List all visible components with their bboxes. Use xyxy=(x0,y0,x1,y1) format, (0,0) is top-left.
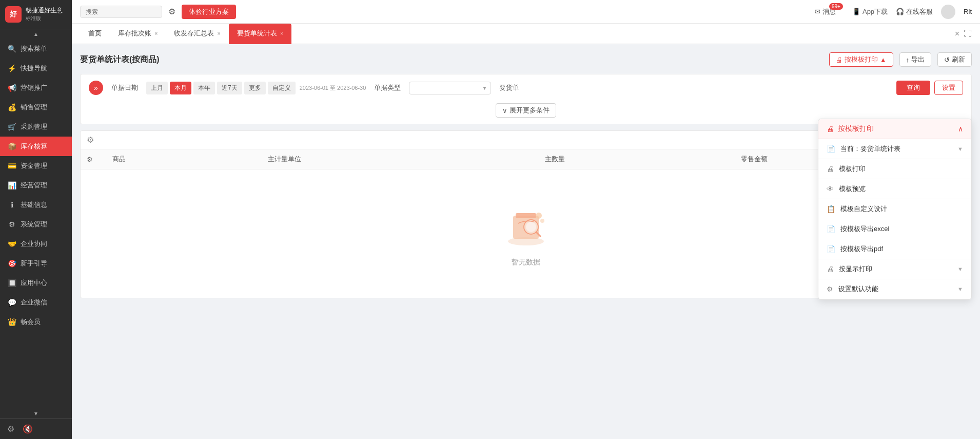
topbar-actions: ✉ 消息 99+ 📱 App下载 🎧 在线客服 Rit xyxy=(815,5,972,19)
dropdown-current-item[interactable]: 📄 当前：要货单统计表 ▼ xyxy=(818,139,971,159)
export-pdf-icon: 📄 xyxy=(827,245,835,253)
tab-collection-summary-label: 收发存汇总表 xyxy=(174,29,214,38)
dropdown-item-set-default[interactable]: ⚙ 设置默认功能 ▼ xyxy=(818,279,971,299)
tab-order-summary-label: 要货单统计表 xyxy=(237,29,277,38)
date-options: 上月 本月 本年 近7天 更多 自定义 2023-06-01 至 2023-06… xyxy=(146,82,366,94)
settings-button[interactable]: 设置 xyxy=(934,81,963,95)
display-print-label: 按显示打印 xyxy=(839,264,872,274)
sidebar-item-shortcut[interactable]: ⚡ 快捷导航 xyxy=(0,59,72,78)
date-btn-custom[interactable]: 自定义 xyxy=(268,82,296,94)
guide-icon: 🎯 xyxy=(7,259,16,268)
sidebar-item-system[interactable]: ⚙ 系统管理 xyxy=(0,215,72,234)
page-title: 要货单统计表(按商品) xyxy=(80,54,160,65)
dropdown-item-template-preview[interactable]: 👁 模板预览 xyxy=(818,179,971,199)
sidebar-item-guide[interactable]: 🎯 新手引导 xyxy=(0,254,72,273)
tab-collection-summary-close[interactable]: × xyxy=(217,30,220,36)
dropdown-current-label: 当前：要货单统计表 xyxy=(840,144,900,154)
online-service[interactable]: 🎧 在线客服 xyxy=(896,7,933,16)
sidebar-item-operations-label: 经营管理 xyxy=(21,181,47,190)
sidebar-scroll-down[interactable]: ▼ xyxy=(0,409,72,418)
purchase-icon: 🛒 xyxy=(7,123,16,131)
sidebar-item-inventory[interactable]: 📦 库存核算 xyxy=(0,137,72,156)
doc-type-select[interactable] xyxy=(409,82,491,94)
base-icon: ℹ xyxy=(7,201,16,209)
print-label: 按模板打印 xyxy=(845,55,878,64)
date-btn-7days[interactable]: 近7天 xyxy=(217,82,242,94)
export-pdf-label: 按模板导出pdf xyxy=(840,244,883,254)
sales-icon: 💰 xyxy=(7,103,16,111)
dropdown-item-template-print[interactable]: 🖨 模板打印 xyxy=(818,159,971,179)
print-dropdown-menu: 🖨 按模板打印 ∧ 📄 当前：要货单统计表 ▼ 🖨 模板打印 👁 模板预览 xyxy=(818,119,972,300)
print-icon: 🖨 xyxy=(836,56,842,64)
table-settings-icon[interactable]: ⚙ xyxy=(87,135,94,145)
app-name-block: 畅捷通好生意 标准版 xyxy=(26,7,63,22)
trial-button[interactable]: 体验行业方案 xyxy=(182,5,236,19)
app-download[interactable]: 📱 App下载 xyxy=(852,7,888,16)
dropdown-header[interactable]: 🖨 按模板打印 ∧ xyxy=(818,119,971,139)
sidebar-item-member[interactable]: 👑 畅会员 xyxy=(0,312,72,332)
dropdown-item-display-print[interactable]: 🖨 按显示打印 ▼ xyxy=(818,259,971,279)
sidebar-item-appstore[interactable]: 🔲 应用中心 xyxy=(0,273,72,293)
date-btn-more[interactable]: 更多 xyxy=(244,82,266,94)
sidebar-item-sales[interactable]: 💰 销售管理 xyxy=(0,98,72,117)
col-settings-icon[interactable]: ⚙ xyxy=(87,156,93,163)
refresh-button[interactable]: ↺ 刷新 xyxy=(937,52,972,67)
display-print-left: 🖨 按显示打印 xyxy=(827,264,872,274)
tab-order-summary[interactable]: 要货单统计表 × xyxy=(229,24,291,44)
sidebar-item-finance[interactable]: 💳 资金管理 xyxy=(0,156,72,176)
sidebar-bottom: ⚙ 🔇 xyxy=(0,418,72,439)
template-custom-label: 模板自定义设计 xyxy=(840,204,887,214)
tab-home[interactable]: 首页 xyxy=(80,24,110,44)
topbar: ⚙ 体验行业方案 ✉ 消息 99+ 📱 App下载 🎧 在线客服 Rit xyxy=(72,0,980,24)
date-btn-last-month[interactable]: 上月 xyxy=(146,82,168,94)
sidebar-item-base-label: 基础信息 xyxy=(21,200,47,209)
tab-close-all[interactable]: × xyxy=(955,29,959,39)
export-button[interactable]: ↑ 导出 xyxy=(899,52,932,67)
sidebar-item-wechat[interactable]: 💬 企业微信 xyxy=(0,293,72,312)
sidebar-item-search[interactable]: 🔍 搜索菜单 xyxy=(0,39,72,59)
dropdown-item-template-custom[interactable]: 📋 模板自定义设计 xyxy=(818,199,971,219)
tab-order-summary-close[interactable]: × xyxy=(280,30,283,36)
col-quantity: 主数量 xyxy=(539,149,735,169)
dropdown-item-export-pdf[interactable]: 📄 按模板导出pdf xyxy=(818,239,971,259)
dropdown-collapse-icon[interactable]: ∧ xyxy=(958,125,963,133)
sidebar-item-purchase[interactable]: 🛒 采购管理 xyxy=(0,117,72,137)
sidebar-item-operations[interactable]: 📊 经营管理 xyxy=(0,176,72,195)
sidebar-scroll-up[interactable]: ▲ xyxy=(0,29,72,39)
expand-more-button[interactable]: ∨ 展开更多条件 xyxy=(496,103,556,118)
expand-icon: » xyxy=(94,84,98,92)
refresh-icon: ↺ xyxy=(944,56,950,64)
sidebar-item-marketing-label: 营销推广 xyxy=(21,83,47,92)
print-button[interactable]: 🖨 按模板打印 ▲ xyxy=(829,52,893,67)
sidebar-item-appstore-label: 应用中心 xyxy=(21,278,47,288)
sidebar-settings-icon[interactable]: ⚙ xyxy=(7,424,14,434)
topbar-gear-icon[interactable]: ⚙ xyxy=(168,7,175,16)
filter-expand-button[interactable]: » xyxy=(89,81,103,95)
dropdown-current-left: 📄 当前：要货单统计表 xyxy=(827,144,900,154)
user-avatar[interactable] xyxy=(941,5,955,19)
display-print-icon: 🖨 xyxy=(827,265,834,273)
search-input[interactable] xyxy=(80,6,162,18)
operations-icon: 📊 xyxy=(7,181,16,189)
sidebar-item-shortcut-label: 快捷导航 xyxy=(21,64,47,73)
doc-type-label: 单据类型 xyxy=(374,83,401,92)
sidebar-item-enterprise[interactable]: 🤝 企业协同 xyxy=(0,234,72,254)
sidebar-item-base[interactable]: ℹ 基础信息 xyxy=(0,195,72,215)
system-icon: ⚙ xyxy=(7,220,16,228)
sidebar-item-system-label: 系统管理 xyxy=(21,220,47,229)
sidebar-volume-icon[interactable]: 🔇 xyxy=(23,424,33,434)
dropdown-item-export-excel[interactable]: 📄 按模板导出excel xyxy=(818,219,971,239)
query-button[interactable]: 查询 xyxy=(896,81,930,95)
date-btn-this-year[interactable]: 本年 xyxy=(193,82,215,94)
svg-point-7 xyxy=(540,219,544,223)
sidebar-item-marketing[interactable]: 📢 营销推广 xyxy=(0,78,72,98)
tab-collection-summary[interactable]: 收发存汇总表 × xyxy=(166,24,228,44)
tab-inventory-batch[interactable]: 库存批次账 × xyxy=(110,24,166,44)
tab-inventory-batch-close[interactable]: × xyxy=(154,30,158,36)
template-custom-icon: 📋 xyxy=(827,205,835,213)
tab-maximize[interactable]: ⛶ xyxy=(964,29,972,39)
date-btn-this-month[interactable]: 本月 xyxy=(170,82,191,94)
empty-illustration xyxy=(500,200,552,252)
messages-badge[interactable]: ✉ 消息 99+ xyxy=(815,7,836,16)
filter-action-buttons: 查询 设置 xyxy=(896,81,963,95)
